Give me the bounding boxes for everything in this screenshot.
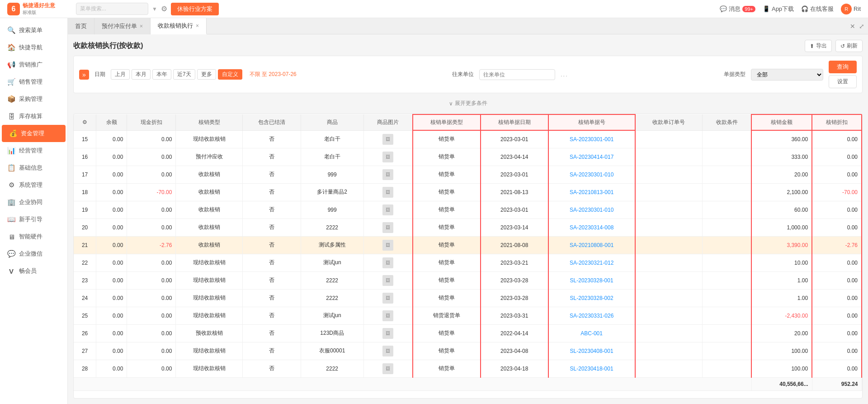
- row-amount: 360.00: [751, 130, 812, 148]
- row-doc-no: SL-20230418-001: [548, 360, 635, 377]
- doc-no-link[interactable]: SL-20230408-001: [570, 348, 613, 354]
- doc-no-link[interactable]: SA-20210813-001: [570, 189, 613, 195]
- tab-prepay[interactable]: 预付冲应付单 ×: [94, 18, 151, 34]
- this-month-button[interactable]: 本月: [132, 69, 151, 80]
- th-amount: 核销金额: [751, 114, 812, 130]
- sidebar-item-guide[interactable]: 📖 新手引导: [0, 211, 67, 228]
- row-product-img: 🖼: [363, 307, 413, 324]
- settings-gear-icon[interactable]: ⚙: [161, 5, 167, 13]
- brand: 6 畅捷通好生意 标准版: [7, 2, 71, 16]
- filter-setting-button[interactable]: 设置: [829, 75, 857, 88]
- sidebar-item-enterprise[interactable]: 🏢 企业协同: [0, 194, 67, 211]
- export-icon: ⬆: [810, 43, 814, 49]
- app-download[interactable]: 📱 App下载: [763, 5, 794, 13]
- industry-solution-button[interactable]: 休验行业方案: [171, 3, 219, 15]
- doc-no-link[interactable]: SL-20230328-002: [570, 295, 613, 301]
- close-tab-button[interactable]: ✕: [850, 23, 855, 30]
- tab-prepay-close[interactable]: ×: [140, 23, 143, 29]
- row-doc-no: SA-20230301-010: [548, 201, 635, 219]
- row-amount: 20.00: [751, 166, 812, 183]
- doc-no-link[interactable]: SA-20210808-001: [570, 242, 613, 248]
- brand-sub: 标准版: [23, 10, 55, 16]
- row-balance: 0.00: [96, 360, 127, 377]
- row-doc-no: SA-20210808-001: [548, 236, 635, 254]
- row-num: 18: [74, 183, 96, 201]
- sidebar-item-quicknav[interactable]: 🏠 快捷导航: [0, 39, 67, 56]
- filter-toggle-button[interactable]: »: [79, 70, 89, 80]
- sidebar-item-search[interactable]: 🔍 搜索菜单: [0, 22, 67, 39]
- this-year-button[interactable]: 本年: [152, 69, 171, 80]
- row-amount: -2,430.00: [751, 307, 812, 324]
- row-product: 2222: [301, 360, 363, 377]
- sidebar-item-system[interactable]: ⚙ 系统管理: [0, 176, 67, 194]
- row-amount: 20.00: [751, 324, 812, 342]
- sidebar-item-inventory[interactable]: 🗄 库存核算: [0, 108, 67, 125]
- doc-no-link[interactable]: SA-20230301-010: [570, 207, 613, 213]
- row-discount: 0.00: [812, 201, 862, 219]
- username-label: Rit: [854, 5, 861, 12]
- row-included: 否: [243, 342, 301, 360]
- doc-no-link[interactable]: SA-20230301-010: [570, 171, 613, 178]
- row-condition: [702, 360, 751, 377]
- online-service[interactable]: 🎧 在线客服: [801, 5, 834, 13]
- row-condition: [702, 254, 751, 271]
- tab-receipt[interactable]: 收款核销执行 ×: [151, 18, 207, 34]
- row-doc-type: 销货单: [413, 342, 481, 360]
- row-receipt-no: [635, 289, 703, 307]
- doc-no-link[interactable]: SA-20230331-026: [570, 313, 613, 319]
- doc-no-link[interactable]: ABC-001: [580, 330, 603, 337]
- expand-more-conditions[interactable]: ∨ 展开更多条件: [73, 97, 863, 110]
- voucher-type-select[interactable]: 全部: [751, 69, 823, 81]
- page-content: 收款核销执行(按收款) ⬆ 导出 ↺ 刷新 » 日期: [68, 34, 868, 404]
- user-avatar[interactable]: R Rit: [841, 4, 861, 14]
- marketing-icon: 📢: [7, 61, 15, 69]
- row-included: 否: [243, 201, 301, 219]
- sidebar: 🔍 搜索菜单 🏠 快捷导航 📢 营销推广 🛒 销售管理 📦 采购管理 🗄 库存核…: [0, 18, 68, 404]
- sidebar-item-hardware[interactable]: 🖥 智能硬件: [0, 228, 67, 245]
- refresh-button[interactable]: ↺ 刷新: [835, 40, 863, 52]
- sidebar-item-basic[interactable]: 📋 基础信息: [0, 159, 67, 176]
- sidebar-item-sales[interactable]: 🛒 销售管理: [0, 73, 67, 90]
- row-receipt-no: [635, 130, 703, 148]
- row-doc-no: SA-20230331-026: [548, 307, 635, 324]
- top-bar-center: 菜单搜索... ▼ ⚙ 休验行业方案: [76, 3, 714, 15]
- footer-discount-total: 952.24: [812, 377, 862, 390]
- notification-area[interactable]: 💬 消息 99+: [720, 5, 755, 13]
- more-date-button[interactable]: 更多: [197, 69, 216, 80]
- export-button[interactable]: ⬆ 导出: [805, 40, 832, 52]
- sidebar-item-member[interactable]: V 畅会员: [0, 262, 67, 280]
- sales-icon: 🛒: [7, 78, 15, 86]
- notification-badge: 99+: [742, 6, 755, 12]
- row-receipt-no: [635, 201, 703, 219]
- purchase-icon: 📦: [7, 95, 15, 103]
- query-button[interactable]: 查询: [829, 61, 857, 73]
- doc-no-link[interactable]: SA-20230414-017: [570, 154, 613, 160]
- doc-no-link[interactable]: SA-20230301-001: [570, 136, 613, 143]
- doc-no-link[interactable]: SL-20230418-001: [570, 366, 613, 372]
- tab-receipt-label: 收款核销执行: [158, 22, 193, 30]
- last-7-days-button[interactable]: 近7天: [173, 69, 195, 80]
- partner-input[interactable]: [479, 69, 555, 80]
- sidebar-item-wechat[interactable]: 💬 企业微信: [0, 245, 67, 262]
- custom-date-button[interactable]: 自定义: [218, 69, 242, 80]
- tab-home[interactable]: 首页: [68, 18, 94, 34]
- last-month-button[interactable]: 上月: [111, 69, 130, 80]
- row-discount: 0.00: [812, 271, 862, 289]
- sidebar-item-ops[interactable]: 📊 经营管理: [0, 142, 67, 159]
- row-product-img: 🖼: [363, 289, 413, 307]
- doc-no-link[interactable]: SL-20230328-001: [570, 277, 613, 284]
- sidebar-label-member: 畅会员: [19, 267, 37, 275]
- doc-no-link[interactable]: SA-20230314-008: [570, 224, 613, 231]
- sidebar-item-purchase[interactable]: 📦 采购管理: [0, 90, 67, 108]
- tab-receipt-close[interactable]: ×: [196, 23, 199, 29]
- sidebar-label-inventory: 库存核算: [19, 112, 42, 120]
- doc-no-link[interactable]: SA-20230321-012: [570, 260, 613, 266]
- sidebar-item-marketing[interactable]: 📢 营销推广: [0, 56, 67, 73]
- table-header-row: ⚙ 余额 现金折扣 核销类型 包含已结清 商品 商品图片 核销单据类型 核销单据…: [74, 114, 862, 130]
- sidebar-item-finance[interactable]: 💰 资金管理: [2, 125, 66, 142]
- row-verify-type: 现结收款核销: [176, 360, 243, 377]
- row-receipt-no: [635, 236, 703, 254]
- row-num: 21: [74, 236, 96, 254]
- row-doc-no: SA-20230414-017: [548, 148, 635, 166]
- restore-tab-button[interactable]: ⤢: [859, 23, 864, 30]
